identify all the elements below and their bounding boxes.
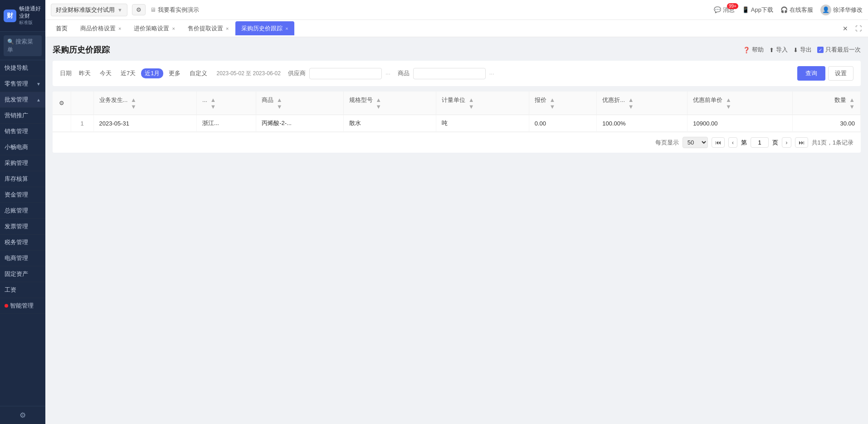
- sidebar-item-purchase[interactable]: 采购管理: [0, 155, 45, 171]
- date-option-today[interactable]: 今天: [96, 68, 115, 78]
- user-profile-button[interactable]: 👤 徐泽华修改: [820, 5, 863, 15]
- tab-product-price[interactable]: 商品价格设置 ×: [74, 21, 127, 35]
- tab-price-extraction[interactable]: 售价提取设置 ×: [182, 21, 234, 35]
- th-unit[interactable]: 计量单位 ▲▼: [436, 92, 529, 115]
- next-page-button[interactable]: ›: [782, 137, 791, 148]
- pagination: 每页显示 50 100 200 ⏮ ‹ 第 页 › ⏭ 共1页，1条记录: [53, 132, 861, 153]
- messages-button[interactable]: 💬 消息 99+: [714, 6, 735, 14]
- tab-purchase-strategy[interactable]: 进价策略设置 ×: [128, 21, 180, 35]
- product-filter-label: 商品: [398, 69, 410, 77]
- import-button[interactable]: ⬆ 导入: [769, 46, 788, 54]
- prev-page-button[interactable]: ‹: [728, 137, 737, 148]
- help-icon: ❓: [743, 47, 750, 53]
- first-page-button[interactable]: ⏮: [712, 137, 725, 148]
- product-input[interactable]: [413, 68, 486, 79]
- cell-unit: 吨: [436, 115, 529, 132]
- th-gear[interactable]: ⚙: [53, 92, 71, 115]
- sidebar-item-quick-nav[interactable]: 快捷导航: [0, 60, 45, 76]
- filter-settings-button[interactable]: 设置: [828, 66, 853, 81]
- close-tab-product-price[interactable]: ×: [118, 26, 121, 31]
- page-content: 采购历史价跟踪 ❓ 帮助 ⬆ 导入 ⬇ 导出 只看最后一次: [45, 37, 868, 424]
- topbar-right: 💬 消息 99+ 📱 App下载 🎧 在线客服 👤 徐泽华修改: [714, 5, 863, 15]
- th-biz-date[interactable]: 业务发生... ▲▼: [93, 92, 197, 115]
- tab-home[interactable]: 首页: [50, 21, 73, 35]
- cell-gear: [53, 115, 71, 132]
- th-spec[interactable]: 规格型号 ▲▼: [343, 92, 436, 115]
- chevron-down-icon: ▼: [117, 7, 122, 13]
- sidebar-item-ecommerce-small[interactable]: 小畅电商: [0, 140, 45, 155]
- sidebar-item-invoice[interactable]: 发票管理: [0, 219, 45, 235]
- date-filter-group: 日期 昨天 今天 近7天 近1月 更多 自定义 2023-05-02 至 202…: [60, 68, 281, 78]
- product-more-button[interactable]: ···: [489, 70, 494, 77]
- supplier-more-button[interactable]: ···: [385, 70, 390, 77]
- sidebar-item-ledger[interactable]: 总账管理: [0, 203, 45, 219]
- tab-purchase-history[interactable]: 采购历史价跟踪 ×: [235, 21, 294, 35]
- sidebar-item-sales[interactable]: 销售管理: [0, 124, 45, 140]
- only-last-checkbox[interactable]: [817, 47, 824, 53]
- th-product[interactable]: 商品 ▲▼: [256, 92, 343, 115]
- sidebar-item-ai[interactable]: 智能管理: [0, 298, 45, 314]
- th-discount[interactable]: 优惠折... ▲▼: [597, 92, 688, 115]
- expand-window-button[interactable]: ⛶: [853, 23, 863, 34]
- close-tab-purchase-strategy[interactable]: ×: [172, 26, 175, 31]
- sidebar-item-payroll[interactable]: 工资: [0, 282, 45, 298]
- sidebar-item-inventory[interactable]: 库存核算: [0, 171, 45, 187]
- table-header-row: ⚙ 业务发生... ▲▼ ... ▲▼ 商品 ▲▼: [53, 92, 861, 115]
- version-selector[interactable]: 好业财标准版交付试用 ▼: [51, 4, 127, 16]
- th-quantity[interactable]: 数量 ▲▼: [793, 92, 861, 115]
- cell-quantity: 30.00: [793, 115, 861, 132]
- window-controls: ✕ ⛶: [841, 23, 863, 34]
- page-title: 采购历史价跟踪: [53, 44, 110, 55]
- table-row: 1 2023-05-31 浙江... 丙烯酸-2-... 散水 吨 0.00 1…: [53, 115, 861, 132]
- sidebar-item-wholesale[interactable]: 批发管理 ▲: [0, 92, 45, 108]
- page-number-input[interactable]: [751, 137, 769, 148]
- sidebar-settings-button[interactable]: ⚙: [20, 411, 26, 419]
- th-more1[interactable]: ... ▲▼: [197, 92, 256, 115]
- product-filter-group: 商品 ···: [398, 68, 494, 79]
- date-range-display: 2023-05-02 至 2023-06-02: [216, 70, 280, 77]
- sidebar-item-retail[interactable]: 零售管理 ▼: [0, 76, 45, 92]
- supplier-filter-label: 供应商: [288, 69, 306, 77]
- sidebar-item-ecommerce[interactable]: 电商管理: [0, 251, 45, 266]
- filter-bar: 日期 昨天 今天 近7天 近1月 更多 自定义 2023-05-02 至 202…: [53, 61, 861, 86]
- cell-spec: 散水: [343, 115, 436, 132]
- date-option-1month[interactable]: 近1月: [141, 68, 163, 78]
- page-header-actions: ❓ 帮助 ⬆ 导入 ⬇ 导出 只看最后一次: [743, 46, 861, 54]
- date-option-custom[interactable]: 自定义: [186, 68, 211, 78]
- sort-icon-unit: ▲▼: [468, 96, 474, 110]
- cell-discount: 100.00%: [597, 115, 688, 132]
- chevron-right-icon: ▼: [36, 82, 41, 87]
- last-page-button[interactable]: ⏭: [795, 137, 808, 148]
- message-icon: 💬: [714, 6, 721, 13]
- only-last-checkbox-label[interactable]: 只看最后一次: [817, 46, 861, 54]
- th-pre-discount-price[interactable]: 优惠前单价 ▲▼: [688, 92, 793, 115]
- sidebar-item-fixed-assets[interactable]: 固定资产: [0, 266, 45, 282]
- sidebar-item-tax[interactable]: 税务管理: [0, 235, 45, 251]
- export-icon: ⬇: [793, 47, 798, 53]
- close-window-button[interactable]: ✕: [841, 23, 850, 34]
- th-quote[interactable]: 报价 ▲▼: [529, 92, 596, 115]
- sidebar-item-marketing[interactable]: 营销推广: [0, 108, 45, 124]
- close-tab-purchase-history[interactable]: ×: [285, 26, 288, 31]
- cell-more1: 浙江...: [197, 115, 256, 132]
- demo-button[interactable]: 🖥 我要看实例演示: [150, 6, 199, 14]
- page-total-label: 共1页，1条记录: [812, 139, 853, 147]
- date-option-yesterday[interactable]: 昨天: [75, 68, 94, 78]
- help-button[interactable]: ❓ 帮助: [743, 46, 764, 54]
- page-size-select[interactable]: 50 100 200: [683, 137, 708, 148]
- date-option-more[interactable]: 更多: [165, 68, 184, 78]
- export-button[interactable]: ⬇ 导出: [793, 46, 812, 54]
- close-tab-price-extraction[interactable]: ×: [226, 26, 229, 31]
- app-name: 畅捷通好业财: [19, 5, 42, 19]
- online-service-button[interactable]: 🎧 在线客服: [780, 6, 813, 14]
- date-option-7days[interactable]: 近7天: [117, 68, 139, 78]
- sidebar-item-finance[interactable]: 资金管理: [0, 187, 45, 203]
- sort-icon-spec: ▲▼: [375, 96, 381, 110]
- supplier-input[interactable]: [309, 68, 382, 79]
- query-button[interactable]: 查询: [797, 66, 825, 81]
- page-unit: 页: [772, 139, 778, 147]
- topbar-settings-button[interactable]: ⚙: [132, 4, 146, 15]
- search-menu-button[interactable]: 🔍 搜索菜单: [4, 35, 42, 56]
- notification-dot: [5, 304, 8, 308]
- app-download-button[interactable]: 📱 App下载: [742, 6, 773, 14]
